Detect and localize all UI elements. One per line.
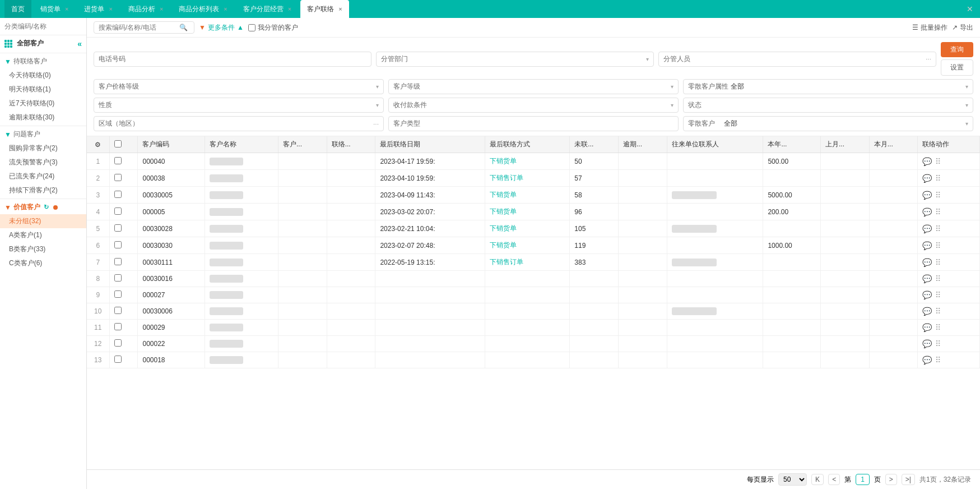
sidebar-item-ungrouped[interactable]: 未分组(32) [0, 214, 86, 228]
row-last-method[interactable] [485, 336, 570, 352]
row-checkbox[interactable] [109, 237, 138, 254]
row-checkbox[interactable] [109, 204, 138, 220]
query-button[interactable]: 查询 [941, 42, 973, 57]
tab-customer-contact-close[interactable]: × [338, 6, 342, 12]
tab-sales-close[interactable]: × [65, 6, 68, 12]
sidebar-item-declining[interactable]: 持续下滑客户(2) [0, 183, 86, 197]
tab-purchase-close[interactable]: × [109, 6, 112, 12]
grid-action-icon[interactable]: ⠿ [935, 241, 941, 250]
row-last-method[interactable] [485, 287, 570, 303]
tab-home[interactable]: 首页 [4, 0, 31, 18]
row-last-method[interactable]: 下销售订单 [485, 254, 570, 271]
sidebar-item-lost[interactable]: 已流失客户(24) [0, 169, 86, 183]
row-checkbox[interactable] [109, 187, 138, 204]
row-checkbox[interactable] [109, 153, 138, 170]
chat-action-icon[interactable]: 💬 [922, 307, 932, 316]
grid-action-icon[interactable]: ⠿ [935, 224, 941, 233]
filter-payment[interactable]: 收付款条件 ▾ [388, 98, 679, 113]
collapse-icon[interactable]: « [77, 39, 82, 48]
chat-action-icon[interactable]: 💬 [922, 241, 932, 250]
row-last-method[interactable]: 下销货单 [485, 237, 570, 254]
tab-goods-analysis-close[interactable]: × [160, 6, 163, 12]
sidebar-item-tomorrow[interactable]: 明天待联络(1) [0, 82, 86, 96]
sidebar-item-warning[interactable]: 流失预警客户(3) [0, 155, 86, 169]
sidebar-search-input[interactable] [4, 22, 87, 30]
row-checkbox[interactable] [109, 170, 138, 187]
grid-action-icon[interactable]: ⠿ [935, 323, 941, 332]
grid-action-icon[interactable]: ⠿ [935, 191, 941, 200]
sidebar-item-class-c[interactable]: C类客户(6) [0, 256, 86, 270]
tab-goods-list-close[interactable]: × [224, 6, 227, 12]
tab-customer-tier[interactable]: 客户分层经营 × [236, 0, 298, 18]
filter-retail-customer[interactable]: 零散客户 全部 ▾ [683, 116, 973, 131]
filter-region[interactable]: 区域（地区） ··· [94, 116, 384, 131]
first-page-button[interactable]: K [811, 474, 824, 485]
row-last-method[interactable] [485, 303, 570, 320]
window-close-button[interactable]: ✕ [964, 4, 976, 13]
row-last-method[interactable] [485, 320, 570, 336]
chat-action-icon[interactable]: 💬 [922, 191, 932, 200]
grid-action-icon[interactable]: ⠿ [935, 274, 941, 283]
filter-retail-attr[interactable]: 零散客户属性 全部 ▾ [683, 79, 973, 94]
chat-action-icon[interactable]: 💬 [922, 258, 932, 267]
chat-action-icon[interactable]: 💬 [922, 290, 932, 299]
grid-action-icon[interactable]: ⠿ [935, 174, 941, 183]
search-icon[interactable]: 🔍 [179, 24, 188, 31]
more-conditions-btn[interactable]: ▼ 更多条件 ▲ [199, 23, 244, 33]
row-checkbox[interactable] [109, 254, 138, 271]
row-checkbox[interactable] [109, 352, 138, 368]
grid-action-icon[interactable]: ⠿ [935, 339, 941, 348]
row-last-method[interactable]: 下销货单 [485, 153, 570, 170]
row-last-method[interactable]: 下销货单 [485, 204, 570, 220]
tab-goods-list[interactable]: 商品分析列表 × [172, 0, 234, 18]
tab-purchase[interactable]: 进货单 × [77, 0, 119, 18]
row-checkbox[interactable] [109, 336, 138, 352]
grid-action-icon[interactable]: ⠿ [935, 307, 941, 316]
export-button[interactable]: ↗ 导出 [952, 23, 973, 33]
batch-ops-button[interactable]: ☰ 批量操作 [912, 23, 948, 33]
all-customers-header[interactable]: 全部客户 « [0, 35, 86, 52]
chat-action-icon[interactable]: 💬 [922, 356, 932, 365]
my-customers-checkbox[interactable] [248, 24, 256, 31]
row-checkbox[interactable] [109, 220, 138, 237]
filter-dept[interactable]: 分管部门 ▾ [376, 52, 654, 67]
tab-customer-contact[interactable]: 客户联络 × [300, 0, 349, 18]
grid-action-icon[interactable]: ⠿ [935, 207, 941, 216]
row-last-method[interactable]: 下销货单 [485, 220, 570, 237]
row-checkbox[interactable] [109, 303, 138, 320]
chat-action-icon[interactable]: 💬 [922, 274, 932, 283]
grid-action-icon[interactable]: ⠿ [935, 356, 941, 365]
row-last-method[interactable]: 下销货单 [485, 187, 570, 204]
page-size-select[interactable]: 50 100 200 [778, 473, 807, 486]
refresh-icon[interactable]: ↻ [44, 204, 49, 211]
th-settings[interactable]: ⚙ [87, 136, 109, 153]
sidebar-item-class-b[interactable]: B类客户(33) [0, 242, 86, 256]
row-checkbox[interactable] [109, 320, 138, 336]
tab-customer-tier-close[interactable]: × [288, 6, 291, 12]
row-checkbox[interactable] [109, 271, 138, 287]
sidebar-item-overdue[interactable]: 逾期未联络(30) [0, 110, 86, 124]
sidebar-group-pending[interactable]: ▼ 待联络客户 [0, 54, 86, 68]
grid-action-icon[interactable]: ⠿ [935, 290, 941, 299]
reset-button[interactable]: 设置 [941, 59, 973, 76]
grid-action-icon[interactable]: ⠿ [935, 258, 941, 267]
row-last-method[interactable]: 下销售订单 [485, 170, 570, 187]
search-input[interactable] [99, 24, 177, 31]
sidebar-item-7days[interactable]: 近7天待联络(0) [0, 96, 86, 110]
tab-sales[interactable]: 销货单 × [34, 0, 75, 18]
row-last-method[interactable] [485, 352, 570, 368]
tab-goods-analysis[interactable]: 商品分析 × [122, 0, 170, 18]
sidebar-item-today[interactable]: 今天待联络(0) [0, 68, 86, 82]
select-all-checkbox[interactable] [114, 140, 122, 147]
filter-person[interactable]: 分管人员 ··· [658, 52, 936, 67]
chat-action-icon[interactable]: 💬 [922, 224, 932, 233]
chat-action-icon[interactable]: 💬 [922, 174, 932, 183]
filter-customer-level[interactable]: 客户等级 ▾ [388, 79, 679, 94]
sidebar-group-value[interactable]: ▼ 价值客户 ↻ [0, 200, 86, 214]
filter-nature[interactable]: 性质 ▾ [94, 98, 384, 113]
row-checkbox[interactable] [109, 287, 138, 303]
sidebar-item-abnormal[interactable]: 囤购异常客户(2) [0, 141, 86, 155]
th-checkbox[interactable] [109, 136, 138, 153]
chat-action-icon[interactable]: 💬 [922, 339, 932, 348]
filter-phone[interactable]: 电话号码 [94, 52, 371, 67]
